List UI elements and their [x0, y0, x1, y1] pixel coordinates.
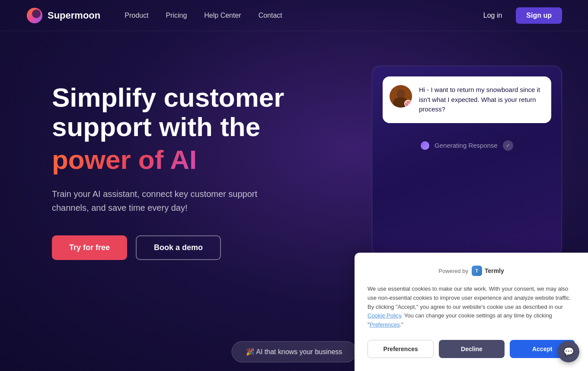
cookie-preferences-link[interactable]: Preferences	[370, 321, 400, 328]
cookie-text-part3: ."	[400, 321, 403, 328]
chat-support-button[interactable]: 💬	[558, 341, 579, 362]
cookie-buttons: Preferences Decline Accept	[368, 340, 575, 358]
svg-point-1	[32, 10, 41, 18]
hero-title-gradient: power of AI	[52, 145, 355, 174]
logo-icon	[26, 7, 43, 24]
hero-buttons: Try for free Book a demo	[52, 235, 355, 260]
chat-message-text: Hi - I want to return my snowboard since…	[419, 85, 543, 114]
preferences-button[interactable]: Preferences	[368, 340, 434, 358]
chat-card: Hi - I want to return my snowboard since…	[372, 66, 562, 256]
generating-text: Generating Response	[435, 142, 498, 149]
try-free-button[interactable]: Try for free	[52, 235, 127, 260]
cookie-consent: Powered by T Termly We use essential coo…	[355, 253, 588, 371]
svg-point-3	[396, 89, 405, 98]
instagram-badge	[404, 100, 412, 108]
hero-title: Simplify customer support with the	[52, 83, 355, 142]
cookie-body-text: We use essential cookies to make our sit…	[368, 285, 575, 330]
login-button[interactable]: Log in	[476, 8, 509, 23]
generating-response: Generating Response ✓	[383, 133, 551, 158]
banner-icon: 🎉	[246, 348, 255, 355]
nav-left: Supermoon Product Pricing Help Center Co…	[26, 7, 289, 24]
svg-point-6	[407, 103, 409, 104]
generating-dot	[421, 141, 429, 150]
cookie-text-part1: We use essential cookies to make our sit…	[368, 285, 571, 310]
cookie-powered-by: Powered by T Termly	[368, 266, 575, 276]
termly-label: Termly	[485, 267, 504, 274]
nav-link-contact[interactable]: Contact	[252, 8, 289, 23]
nav-link-product[interactable]: Product	[118, 8, 155, 23]
decline-button[interactable]: Decline	[439, 340, 504, 358]
avatar	[390, 85, 412, 108]
nav-link-pricing[interactable]: Pricing	[159, 8, 194, 23]
book-demo-button[interactable]: Book a demo	[136, 235, 221, 260]
hero-subtitle: Train your AI assistant, connect key cus…	[52, 187, 277, 215]
bottom-banner: 🎉 AI that knows your business	[232, 341, 357, 362]
check-icon: ✓	[503, 140, 513, 151]
navigation: Supermoon Product Pricing Help Center Co…	[0, 0, 588, 31]
nav-link-help[interactable]: Help Center	[197, 8, 248, 23]
termly-icon: T	[472, 266, 482, 276]
chat-message-bubble: Hi - I want to return my snowboard since…	[383, 76, 551, 123]
banner-text: AI that knows your business	[256, 348, 342, 355]
powered-by-text: Powered by	[438, 268, 468, 274]
hero-title-line2: support with the	[52, 112, 260, 142]
logo[interactable]: Supermoon	[26, 7, 100, 24]
termly-logo: T Termly	[472, 266, 504, 276]
hero-section: Simplify customer support with the power…	[52, 66, 355, 260]
main-content: Simplify customer support with the power…	[0, 31, 588, 277]
cookie-policy-link[interactable]: Cookie Policy	[368, 312, 401, 319]
signup-button[interactable]: Sign up	[516, 7, 562, 24]
logo-text: Supermoon	[48, 10, 100, 21]
svg-point-7	[409, 102, 409, 103]
svg-rect-5	[406, 102, 410, 105]
hero-title-line1: Simplify customer	[52, 82, 284, 112]
nav-links: Product Pricing Help Center Contact	[118, 8, 289, 23]
chat-support-icon: 💬	[563, 346, 574, 357]
nav-right: Log in Sign up	[476, 7, 562, 24]
